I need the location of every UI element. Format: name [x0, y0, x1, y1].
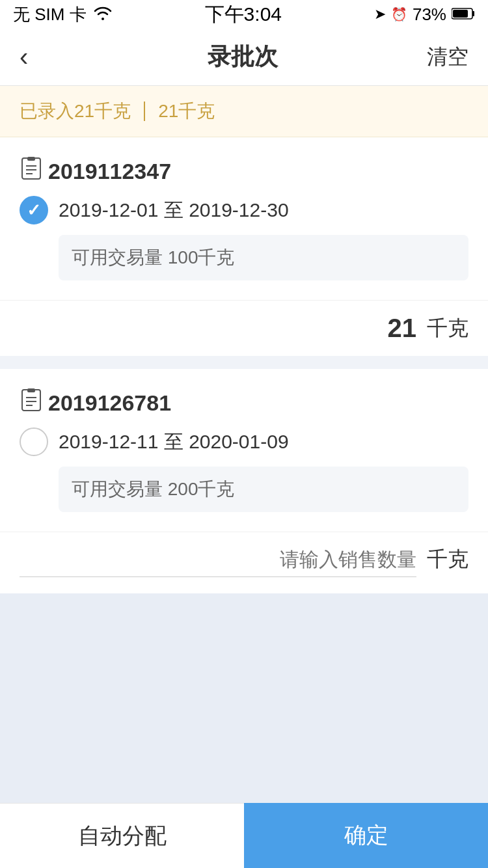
svg-rect-3: [22, 158, 40, 179]
svg-rect-1: [472, 11, 474, 16]
auto-distribute-button[interactable]: 自动分配: [0, 803, 244, 868]
batch-1-quantity-row: 21 千克: [0, 300, 488, 356]
info-banner: 已录入21千克 21千克: [0, 86, 488, 137]
status-bar-left: 无 SIM 卡: [13, 3, 113, 26]
alarm-icon: ⏰: [391, 7, 407, 22]
batch-2-input-wrap: [20, 549, 416, 571]
nav-bar: ‹ 录批次 清空: [0, 29, 488, 86]
batch-1-header: 2019112347: [20, 157, 468, 185]
svg-rect-2: [453, 10, 468, 18]
battery-level: 73%: [413, 5, 446, 25]
wifi-icon: [93, 5, 113, 25]
batch-1-unit: 千克: [427, 314, 468, 343]
status-bar: 无 SIM 卡 下午3:04 ➤ ⏰ 73%: [0, 0, 488, 29]
main-content: 已录入21千克 21千克 2019112347 2019-12-01 至 201…: [0, 86, 488, 868]
svg-rect-4: [27, 157, 35, 161]
batch-2-checkbox[interactable]: [20, 427, 48, 456]
batch-1-number: 2019112347: [48, 159, 171, 184]
batch-1-available: 可用交易量 100千克: [59, 235, 468, 280]
batch-1-checkbox[interactable]: [20, 196, 48, 224]
batch-1-date-row: 2019-12-01 至 2019-12-30: [20, 196, 468, 224]
batch-1-quantity-value: 21: [388, 314, 417, 343]
batch-2-unit: 千克: [427, 545, 468, 574]
battery-icon: [452, 5, 475, 25]
status-bar-right: ➤ ⏰ 73%: [374, 5, 475, 25]
amount-label: 21千克: [158, 99, 215, 124]
batch-2-date-row: 2019-12-11 至 2020-01-09: [20, 427, 468, 456]
batch-card-2: 2019126781 2019-12-11 至 2020-01-09 可用交易量…: [0, 369, 488, 532]
confirm-button[interactable]: 确定: [244, 803, 488, 868]
svg-rect-8: [22, 390, 40, 411]
sim-status: 无 SIM 卡: [13, 3, 87, 26]
recorded-label: 已录入21千克: [20, 99, 131, 124]
svg-rect-9: [27, 388, 35, 392]
clear-button[interactable]: 清空: [427, 43, 468, 72]
batch-2-available: 可用交易量 200千克: [59, 467, 468, 512]
location-icon: ➤: [374, 6, 386, 23]
batch-card-1: 2019112347 2019-12-01 至 2019-12-30 可用交易量…: [0, 137, 488, 300]
section-divider: [0, 356, 488, 369]
batch-2-quantity-row: 千克: [0, 532, 488, 593]
status-bar-time: 下午3:04: [205, 1, 282, 28]
batch-2-icon: [20, 388, 43, 417]
bottom-bar: 自动分配 确定: [0, 803, 488, 868]
batch-1-date: 2019-12-01 至 2019-12-30: [59, 197, 289, 224]
batch-2-header: 2019126781: [20, 388, 468, 417]
banner-divider: [144, 102, 145, 121]
page-title: 录批次: [208, 41, 278, 73]
batch-2-quantity-input[interactable]: [20, 549, 416, 571]
back-button[interactable]: ‹: [20, 42, 59, 72]
batch-2-date: 2019-12-11 至 2020-01-09: [59, 429, 289, 455]
batch-2-number: 2019126781: [48, 390, 171, 416]
batch-1-icon: [20, 157, 43, 185]
